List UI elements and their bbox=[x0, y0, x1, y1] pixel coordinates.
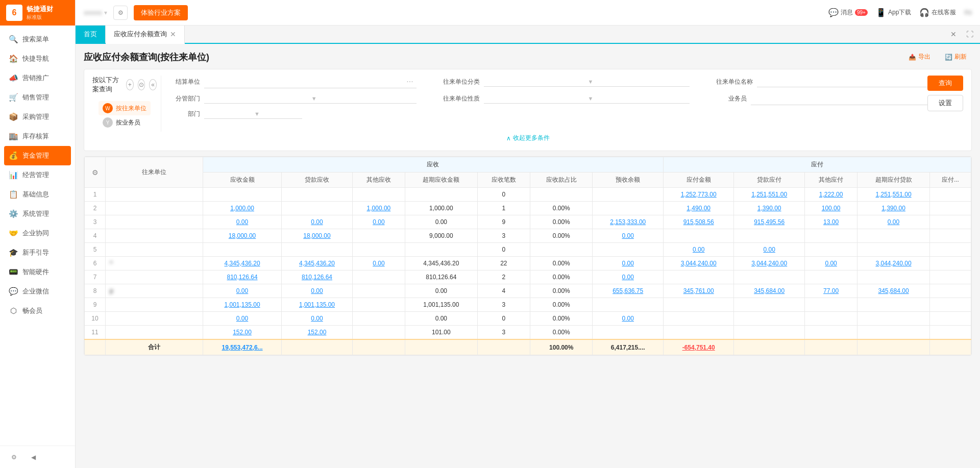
table-cell[interactable]: 915,508.56 bbox=[663, 215, 733, 229]
table-cell[interactable] bbox=[282, 243, 352, 257]
table-cell[interactable] bbox=[593, 298, 663, 312]
table-cell[interactable]: 0.00 bbox=[804, 257, 857, 270]
partner-type-select[interactable]: ▼ bbox=[484, 94, 690, 104]
sidebar-item-finance[interactable]: 💰 资金管理 bbox=[4, 146, 71, 165]
table-cell[interactable]: 152.00 bbox=[282, 326, 352, 340]
sidebar-item-purchase[interactable]: 📦 采购管理 bbox=[0, 107, 75, 127]
tab-close-window-button[interactable]: ✕ bbox=[947, 28, 960, 40]
table-cell[interactable] bbox=[734, 270, 804, 284]
tab-home[interactable]: 首页 bbox=[76, 26, 106, 43]
table-cell[interactable]: 1,000.00 bbox=[203, 202, 281, 215]
table-cell[interactable]: 0.00 bbox=[593, 229, 663, 243]
table-cell[interactable]: 0.00 bbox=[203, 215, 281, 229]
table-cell[interactable]: 3,044,240.00 bbox=[857, 257, 930, 270]
table-cell[interactable] bbox=[663, 298, 733, 312]
sidebar-item-search-menu[interactable]: 🔍 搜索菜单 bbox=[0, 30, 75, 49]
sidebar-item-corp-coop[interactable]: 🤝 企业协同 bbox=[0, 224, 75, 243]
table-cell[interactable] bbox=[352, 284, 405, 298]
table-cell[interactable]: 0.00 bbox=[203, 284, 281, 298]
table-cell[interactable]: 152.00 bbox=[203, 326, 281, 340]
table-cell[interactable]: 1,000.00 bbox=[352, 202, 405, 215]
table-cell[interactable] bbox=[663, 312, 733, 326]
table-cell[interactable]: 1,251,551.00 bbox=[734, 188, 804, 202]
sidebar-item-system[interactable]: ⚙️ 系统管理 bbox=[0, 204, 75, 224]
table-cell[interactable]: 1,251,551.00 bbox=[857, 188, 930, 202]
table-cell[interactable]: 0.00 bbox=[734, 243, 804, 257]
total-ap-amount-cell[interactable]: -654,751.40 bbox=[663, 339, 733, 355]
table-cell[interactable] bbox=[352, 243, 405, 257]
sidebar-item-operation[interactable]: 📊 经营管理 bbox=[0, 165, 75, 185]
table-cell[interactable] bbox=[352, 188, 405, 202]
table-cell[interactable]: 1,490.00 bbox=[663, 202, 733, 215]
table-cell[interactable]: 0.00 bbox=[282, 215, 352, 229]
table-cell[interactable] bbox=[593, 243, 663, 257]
table-cell[interactable] bbox=[352, 270, 405, 284]
settlement-unit-input[interactable]: ··· bbox=[204, 76, 416, 88]
table-cell[interactable]: 345,684.00 bbox=[734, 284, 804, 298]
table-cell[interactable]: 0.00 bbox=[352, 215, 405, 229]
table-cell[interactable]: 4,345,436.20 bbox=[282, 257, 352, 270]
table-cell[interactable]: 1,252,773.00 bbox=[663, 188, 733, 202]
export-button[interactable]: 📤 导出 bbox=[903, 50, 936, 64]
table-cell[interactable]: 1,390.00 bbox=[734, 202, 804, 215]
table-cell[interactable] bbox=[857, 270, 930, 284]
total-ar-amount-cell[interactable]: 19,553,472,6... bbox=[203, 339, 281, 355]
sidebar-item-sales[interactable]: 🛒 销售管理 bbox=[0, 88, 75, 107]
table-cell[interactable] bbox=[352, 312, 405, 326]
table-cell[interactable] bbox=[352, 229, 405, 243]
sidebar-item-base-info[interactable]: 📋 基础信息 bbox=[0, 185, 75, 204]
table-cell[interactable] bbox=[804, 243, 857, 257]
table-cell[interactable] bbox=[804, 326, 857, 340]
table-cell[interactable]: 13.00 bbox=[804, 215, 857, 229]
table-cell[interactable]: 0.00 bbox=[593, 257, 663, 270]
scheme-item-partner[interactable]: W 按往来单位 bbox=[99, 101, 151, 115]
table-cell[interactable] bbox=[734, 326, 804, 340]
table-cell[interactable]: 2,153,333.00 bbox=[593, 215, 663, 229]
header-gear-button[interactable]: ⚙ bbox=[113, 6, 128, 20]
table-cell[interactable]: 810,126.64 bbox=[282, 270, 352, 284]
table-cell[interactable] bbox=[663, 326, 733, 340]
table-cell[interactable] bbox=[857, 326, 930, 340]
add-scheme-button[interactable]: + bbox=[126, 79, 134, 90]
table-cell[interactable]: 0.00 bbox=[352, 257, 405, 270]
table-cell[interactable] bbox=[203, 188, 281, 202]
table-cell[interactable]: 0.00 bbox=[282, 284, 352, 298]
refresh-button[interactable]: 🔄 刷新 bbox=[940, 50, 972, 64]
table-cell[interactable] bbox=[352, 298, 405, 312]
sidebar-item-smart-hw[interactable]: 📟 智能硬件 bbox=[0, 262, 75, 282]
table-cell[interactable]: 77.00 bbox=[804, 284, 857, 298]
sidebar-item-inventory[interactable]: 🏬 库存核算 bbox=[0, 127, 75, 146]
collapse-scheme-button[interactable]: « bbox=[149, 79, 157, 90]
table-cell[interactable] bbox=[857, 312, 930, 326]
online-service-button[interactable]: 🎧 在线客服 bbox=[919, 8, 956, 17]
table-cell[interactable] bbox=[352, 326, 405, 340]
table-cell[interactable] bbox=[804, 229, 857, 243]
table-cell[interactable]: 1,390.00 bbox=[857, 202, 930, 215]
message-button[interactable]: 💬 消息 99+ bbox=[828, 8, 868, 17]
table-cell[interactable]: 3,044,240.00 bbox=[663, 257, 733, 270]
cta-button[interactable]: 体验行业方案 bbox=[134, 5, 188, 20]
table-cell[interactable] bbox=[857, 298, 930, 312]
table-cell[interactable]: 0.00 bbox=[593, 270, 663, 284]
table-cell[interactable] bbox=[734, 298, 804, 312]
dept-mgr-select[interactable]: ▼ bbox=[204, 94, 416, 104]
table-cell[interactable]: 3,044,240.00 bbox=[734, 257, 804, 270]
table-settings-button[interactable]: ⚙ bbox=[89, 166, 101, 179]
table-cell[interactable]: 345,761.00 bbox=[663, 284, 733, 298]
settings-footer-button[interactable]: ⚙ bbox=[6, 450, 21, 465]
table-cell[interactable]: 0.00 bbox=[593, 312, 663, 326]
table-cell[interactable]: 1,001,135.00 bbox=[203, 298, 281, 312]
user-name[interactable]: Rit bbox=[964, 9, 972, 16]
table-cell[interactable]: 0.00 bbox=[857, 215, 930, 229]
app-download-button[interactable]: 📱 App下载 bbox=[876, 8, 911, 17]
table-cell[interactable] bbox=[734, 312, 804, 326]
table-cell[interactable]: 915,495.56 bbox=[734, 215, 804, 229]
table-cell[interactable] bbox=[203, 243, 281, 257]
sidebar-item-corp-wechat[interactable]: 💬 企业微信 bbox=[0, 282, 75, 301]
table-cell[interactable]: 0.00 bbox=[282, 312, 352, 326]
table-cell[interactable] bbox=[282, 188, 352, 202]
table-cell[interactable] bbox=[804, 312, 857, 326]
table-cell[interactable]: 18,000.00 bbox=[282, 229, 352, 243]
settings-button[interactable]: 设置 bbox=[927, 95, 963, 111]
table-cell[interactable]: 0.00 bbox=[203, 312, 281, 326]
